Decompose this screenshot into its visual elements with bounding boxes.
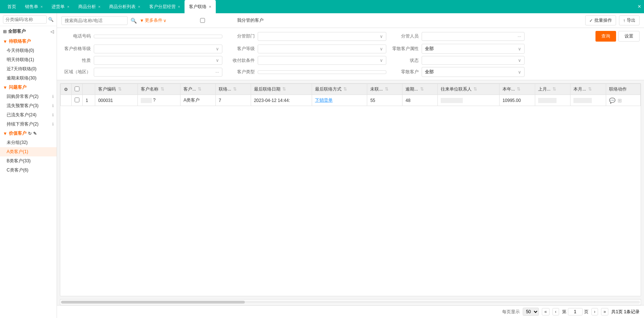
close-customer-contact-tab[interactable]: ×	[209, 4, 211, 9]
contact-method-link[interactable]: 下销货单	[315, 98, 333, 103]
nav-tab-sales[interactable]: 销售单 ×	[21, 0, 47, 13]
main-content: 🔍 ▼ 更多条件 ∨ 我分管的客户 ✓ 批量操作 ↑ 导出	[57, 13, 644, 318]
close-purchase-tab[interactable]: ×	[67, 4, 69, 9]
grid-action-icon[interactable]: ⊞	[618, 98, 622, 103]
scrollbar-thumb[interactable]	[61, 301, 245, 304]
close-goods-analysis-tab[interactable]: ×	[98, 4, 100, 9]
col-last-month[interactable]: 上月... ⇅	[535, 84, 570, 95]
col-last-contact-method[interactable]: 最后联络方式 ⇅	[312, 84, 367, 95]
col-unit-contact[interactable]: 往来单位联系人 ⇅	[437, 84, 499, 95]
type-input[interactable]	[258, 70, 386, 74]
nature-input[interactable]: ∨	[94, 56, 222, 65]
dept-input[interactable]: ∨	[258, 32, 386, 41]
more-conditions-button[interactable]: ▼ 更多条件 ∨	[140, 17, 167, 24]
chat-icon[interactable]: 💬	[609, 98, 615, 103]
first-page-button[interactable]: «	[542, 308, 550, 315]
page-number-input[interactable]	[568, 308, 583, 315]
info-icon-3: ℹ	[52, 113, 54, 117]
nav-tab-goods-analysis-list[interactable]: 商品分析列表 ×	[105, 0, 144, 13]
retail-attr-label: 零散客户属性	[389, 46, 419, 52]
row-select-checkbox[interactable]	[75, 98, 79, 102]
last-page-button[interactable]: »	[601, 308, 609, 315]
my-customers-check[interactable]	[169, 18, 236, 23]
sidebar-item-repurchase-abnormal[interactable]: 回购异常客户(2) ℹ	[0, 92, 57, 101]
sidebar-item-declining[interactable]: 持续下滑客户(2) ℹ	[0, 120, 57, 129]
last-month-placeholder	[538, 98, 557, 103]
col-customer-type[interactable]: 客户... ⇅	[180, 84, 216, 95]
staff-input[interactable]: ···	[422, 32, 525, 41]
col-overdue[interactable]: 逾期... ⇅	[402, 84, 438, 95]
collapse-icon[interactable]: ◁	[50, 29, 54, 34]
phone-input[interactable]	[94, 35, 222, 38]
level-input[interactable]: ∨	[258, 45, 386, 53]
phone-label: 电话号码	[61, 33, 91, 39]
col-this-year[interactable]: 本年... ⇅	[499, 84, 535, 95]
close-goods-analysis-list-tab[interactable]: ×	[138, 4, 140, 9]
region-input[interactable]: ···	[94, 68, 222, 77]
status-input[interactable]: ∨	[422, 56, 525, 65]
sidebar-item-tomorrow[interactable]: 明天待联络(1)	[0, 55, 57, 64]
section-problem-customers[interactable]: ▼ 问题客户	[0, 83, 57, 92]
sidebar-item-unclassified[interactable]: 未分组(32)	[0, 138, 57, 147]
query-button[interactable]: 查询	[595, 31, 616, 42]
search-button[interactable]: 🔍	[130, 18, 137, 24]
retail-attr-input[interactable]: 全部∨	[422, 44, 525, 54]
nav-tab-home[interactable]: 首页	[3, 0, 21, 13]
row-unit-contact	[437, 95, 499, 106]
row-checkbox[interactable]	[72, 95, 83, 106]
row-code[interactable]: 000031	[95, 95, 138, 106]
section-pending-contact[interactable]: ▼ 待联络客户	[0, 37, 57, 46]
edit-icon[interactable]: ✎	[33, 131, 37, 136]
sidebar-all-customers[interactable]: ⊞ 全部客户 ◁	[0, 26, 57, 37]
nav-tab-customer-contact[interactable]: 客户联络 ×	[185, 0, 215, 13]
retail-input2[interactable]: 全部∨	[422, 67, 525, 77]
col-this-month[interactable]: 本月... ⇅	[570, 84, 606, 95]
next-page-button[interactable]: ›	[591, 308, 598, 315]
col-code[interactable]: 客户编码 ⇅	[95, 84, 138, 95]
per-page-select[interactable]: 50	[523, 308, 539, 316]
sidebar-item-today[interactable]: 今天待联络(0)	[0, 46, 57, 55]
nav-tab-purchase[interactable]: 进货单 ×	[47, 0, 74, 13]
col-name[interactable]: 客户名称 ⇅	[138, 84, 180, 95]
col-contact[interactable]: 联络... ⇅	[215, 84, 251, 95]
sidebar-item-class-a[interactable]: A类客户(1)	[0, 147, 57, 156]
row-last-contact-date: 2023-04-12 14:44:	[251, 95, 312, 106]
price-input[interactable]: ∨	[94, 45, 222, 53]
col-settings[interactable]: ⚙	[61, 84, 72, 95]
pay-input[interactable]: ∨	[258, 56, 386, 65]
sidebar-search-icon[interactable]: 🔍	[48, 17, 54, 22]
adv-row-4: 区域（地区） ··· 客户类型 零散客户 全部∨	[61, 67, 640, 77]
section-arrow: ▼	[3, 39, 7, 44]
top-navigation: 首页 销售单 × 进货单 × 商品分析 × 商品分析列表 × 客户分层经营 × …	[0, 0, 644, 13]
nav-tab-customer-segment[interactable]: 客户分层经营 ×	[145, 0, 185, 13]
customer-table: ⚙ 客户编码 ⇅ 客户名称 ⇅	[60, 84, 641, 106]
refresh-icon[interactable]: ↻	[28, 131, 32, 136]
nav-tab-goods-analysis[interactable]: 商品分析 ×	[74, 0, 105, 13]
close-customer-segment-tab[interactable]: ×	[178, 4, 180, 9]
sidebar-search-input[interactable]	[3, 15, 47, 24]
close-all-tabs[interactable]: ×	[638, 3, 641, 10]
section-value-customers[interactable]: ▼ 价值客户 ↻ ✎	[0, 129, 57, 138]
sidebar-item-churned[interactable]: 已流失客户(24) ℹ	[0, 110, 57, 120]
col-checkbox[interactable]	[72, 84, 83, 95]
export-button[interactable]: ↑ 导出	[619, 15, 640, 25]
prev-page-button[interactable]: ‹	[552, 308, 559, 315]
sidebar-item-class-b[interactable]: B类客户(33)	[0, 156, 57, 166]
search-input[interactable]	[61, 16, 128, 25]
sidebar-item-7days[interactable]: 近7天待联络(0)	[0, 64, 57, 74]
horizontal-scrollbar[interactable]	[60, 299, 641, 305]
batch-operation-button[interactable]: ✓ 批量操作	[585, 15, 616, 25]
row-name[interactable]: ?	[138, 95, 180, 106]
sidebar-item-overdue[interactable]: 逾期未联络(30)	[0, 74, 57, 83]
close-sales-tab[interactable]: ×	[40, 4, 43, 9]
my-customers-checkbox[interactable]: 我分管的客户	[169, 17, 264, 24]
settings-button[interactable]: 设置	[618, 31, 640, 42]
row-last-contact-method[interactable]: 下销货单	[312, 95, 367, 106]
scrollbar-track[interactable]	[61, 301, 640, 304]
sidebar-item-churn-warning[interactable]: 流失预警客户(3) ℹ	[0, 101, 57, 110]
sidebar-item-class-c[interactable]: C类客户(6)	[0, 166, 57, 175]
col-last-contact-date[interactable]: 最后联络日期 ⇅	[251, 84, 312, 95]
col-no-contact[interactable]: 未联... ⇅	[367, 84, 402, 95]
select-all-checkbox[interactable]	[75, 86, 79, 91]
retail-label2: 零散客户	[389, 69, 419, 75]
